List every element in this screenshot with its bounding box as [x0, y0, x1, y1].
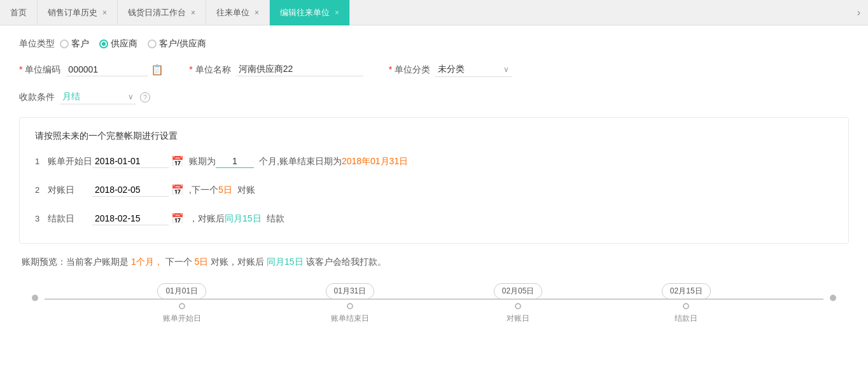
- radio-customer-circle: [60, 39, 69, 48]
- period-pay-prefix: ，对账后: [189, 213, 225, 225]
- period-months-input[interactable]: [216, 155, 254, 168]
- unit-classify-field: 单位分类 未分类 ∨: [389, 62, 512, 77]
- classify-chevron-icon: ∨: [503, 65, 509, 74]
- timeline-dot-4: [683, 303, 689, 309]
- radio-both-label: 客户/供应商: [159, 38, 206, 50]
- preview-reconcile-prefix: 下一个: [165, 257, 192, 267]
- timeline-label-4: 02月15日: [662, 283, 711, 299]
- period-months-suffix: 个月,账单结束日期为: [259, 156, 342, 167]
- period-months-prefix: 账期为: [189, 156, 216, 167]
- unit-code-input[interactable]: [66, 63, 148, 76]
- timeline-start-endpoint: [32, 295, 38, 301]
- timeline-label-3: 02月05日: [494, 283, 543, 299]
- close-sales-history[interactable]: ×: [102, 8, 107, 17]
- payment-condition-row: 收款条件 月结 ∨ ?: [19, 90, 849, 104]
- timeline-label-2: 01月31日: [326, 283, 375, 299]
- close-cash-work[interactable]: ×: [191, 8, 195, 17]
- tab-more-button[interactable]: ›: [850, 7, 868, 18]
- timeline-desc-1: 账单开始日: [163, 313, 201, 324]
- period-reconcile-suffix: 对账: [237, 185, 255, 196]
- period-row-3: 3 结款日 📅 ，对账后 同月15日 结款: [35, 212, 833, 225]
- tab-cash-work[interactable]: 钱货日清工作台 ×: [118, 0, 206, 25]
- period-pay-label: 结款日: [48, 213, 92, 225]
- tab-bar: 首页 销售订单历史 × 钱货日清工作台 × 往来单位 × 编辑往来单位 × ›: [0, 0, 868, 25]
- timeline-start-dot: [32, 295, 38, 301]
- radio-customer[interactable]: 客户: [60, 38, 89, 50]
- radio-both-circle: [148, 39, 157, 48]
- period-row-2: 2 对账日 📅 ,下一个 5日 对账: [35, 183, 833, 197]
- timeline-desc-2: 账单结束日: [331, 313, 369, 324]
- period-pay-calendar-icon[interactable]: 📅: [171, 213, 184, 225]
- timeline-desc-4: 结款日: [675, 313, 697, 324]
- timeline-section: 01月01日 账单开始日 01月31日 账单结束日 02月05日 对账日 02月…: [19, 283, 849, 324]
- unit-type-radio-group: 客户 供应商 客户/供应商: [60, 38, 206, 50]
- payment-condition-select[interactable]: 月结 ∨: [60, 90, 136, 104]
- timeline-point-3: 02月05日 对账日: [494, 283, 543, 324]
- timeline-label-1: 01月01日: [157, 283, 206, 299]
- unit-classify-select[interactable]: 未分类 ∨: [435, 62, 512, 77]
- period-pay-day: 同月15日: [225, 213, 262, 225]
- period-row-1-num: 1: [35, 157, 48, 166]
- period-pay-date-input[interactable]: [92, 212, 169, 225]
- timeline-dot-1: [179, 303, 185, 309]
- unit-classify-value: 未分类: [438, 64, 501, 75]
- unit-classify-label: 单位分类: [389, 64, 430, 76]
- preview-prefix: 账期预览：当前客户账期是: [22, 257, 129, 267]
- radio-supplier-circle: [99, 39, 108, 48]
- period-row-2-num: 2: [35, 185, 48, 195]
- preview-section: 账期预览：当前客户账期是 1个月， 下一个 5日 对账，对账后 同月15日 该客…: [19, 257, 849, 268]
- radio-both[interactable]: 客户/供应商: [148, 38, 206, 50]
- main-content: 单位类型 客户 供应商 客户/供应商 单位编码 📋: [0, 25, 868, 387]
- preview-pay-day: 同月15日: [267, 257, 304, 267]
- payment-chevron-icon: ∨: [128, 92, 134, 101]
- tab-sales-history[interactable]: 销售订单历史 ×: [38, 0, 118, 25]
- period-start-label: 账单开始日: [48, 156, 92, 167]
- unit-code-calendar-icon[interactable]: 📋: [151, 64, 164, 76]
- preview-reconcile-day: 5日: [194, 257, 208, 267]
- period-start-date-input[interactable]: [92, 155, 169, 168]
- timeline-point-2: 01月31日 账单结束日: [326, 283, 375, 324]
- tab-home[interactable]: 首页: [0, 0, 38, 25]
- period-reconcile-prefix: ,下一个: [189, 185, 218, 196]
- preview-pay-suffix: 该客户会给我打款。: [306, 257, 386, 267]
- timeline-dot-2: [347, 303, 353, 309]
- period-row-1: 1 账单开始日 📅 账期为 个月,账单结束日期为 2018年01月31日: [35, 155, 833, 168]
- unit-info-row: 单位编码 📋 单位名称 单位分类 未分类 ∨: [19, 62, 849, 77]
- timeline-end-dot: [830, 295, 836, 301]
- period-row-3-num: 3: [35, 214, 48, 223]
- period-end-date: 2018年01月31日: [342, 156, 408, 167]
- timeline-point-4: 02月15日 结款日: [662, 283, 711, 324]
- unit-type-field: 单位类型 客户 供应商 客户/供应商: [19, 38, 206, 50]
- period-pay-suffix: 结款: [267, 213, 284, 225]
- period-settings-box: 请按照未来的一个完整帐期进行设置 1 账单开始日 📅 账期为 个月,账单结束日期…: [19, 117, 849, 244]
- radio-supplier[interactable]: 供应商: [99, 38, 137, 50]
- tab-edit-counterparty[interactable]: 编辑往来单位 ×: [270, 0, 350, 25]
- period-reconcile-date-input[interactable]: [92, 183, 169, 197]
- unit-code-label: 单位编码: [19, 64, 60, 76]
- close-counterparty[interactable]: ×: [255, 8, 259, 17]
- unit-code-field: 单位编码 📋: [19, 63, 164, 76]
- timeline-desc-3: 对账日: [507, 313, 529, 324]
- timeline-point-1: 01月01日 账单开始日: [157, 283, 206, 324]
- close-edit-counterparty[interactable]: ×: [335, 8, 339, 17]
- unit-name-label: 单位名称: [189, 64, 230, 76]
- payment-condition-field: 收款条件 月结 ∨ ?: [19, 90, 150, 104]
- preview-reconcile-suffix: 对账，对账后: [211, 257, 264, 267]
- unit-type-label: 单位类型: [19, 38, 55, 50]
- payment-help-icon[interactable]: ?: [140, 92, 150, 102]
- period-reconcile-calendar-icon[interactable]: 📅: [171, 184, 184, 196]
- payment-condition-value: 月结: [62, 91, 125, 102]
- preview-months: 1个月，: [131, 257, 163, 267]
- timeline-dot-3: [515, 303, 521, 309]
- timeline-end-endpoint: [830, 295, 836, 301]
- unit-name-input[interactable]: [236, 63, 363, 76]
- period-box-title: 请按照未来的一个完整帐期进行设置: [35, 130, 833, 142]
- period-reconcile-day: 5日: [218, 185, 232, 196]
- radio-supplier-label: 供应商: [111, 38, 137, 50]
- payment-condition-label: 收款条件: [19, 92, 55, 103]
- period-start-calendar-icon[interactable]: 📅: [171, 155, 184, 167]
- unit-type-row: 单位类型 客户 供应商 客户/供应商: [19, 38, 849, 50]
- tab-counterparty[interactable]: 往来单位 ×: [206, 0, 270, 25]
- radio-customer-label: 客户: [71, 38, 89, 50]
- unit-name-field: 单位名称: [189, 63, 363, 76]
